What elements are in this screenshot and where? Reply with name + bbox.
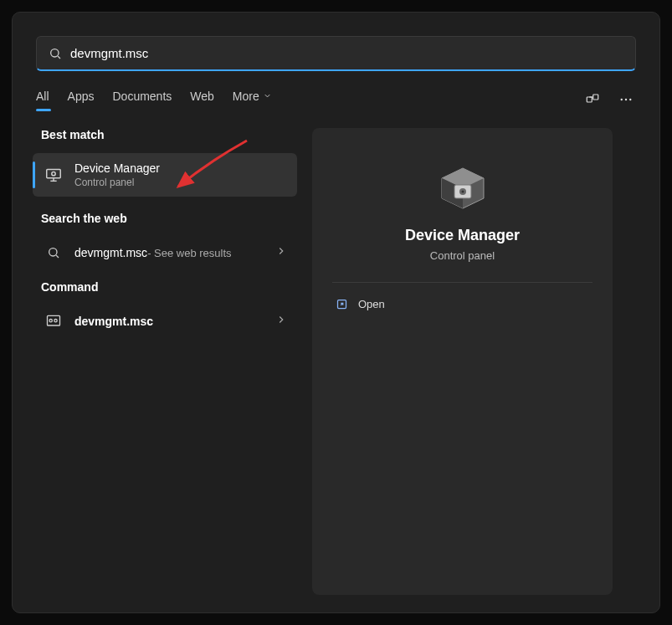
tab-label: Apps	[68, 90, 95, 103]
command-icon	[43, 310, 64, 332]
section-best-match: Best match	[41, 128, 297, 141]
chevron-down-icon	[263, 90, 272, 103]
svg-point-0	[51, 49, 59, 56]
divider	[332, 282, 592, 283]
search-icon	[49, 47, 62, 60]
apps-icon[interactable]	[582, 90, 603, 110]
tab-apps[interactable]: Apps	[68, 90, 95, 110]
web-result-suffix: - See web results	[147, 247, 231, 259]
open-label: Open	[358, 298, 385, 310]
search-bar[interactable]	[36, 36, 636, 71]
chevron-right-icon	[275, 245, 287, 260]
open-action[interactable]: Open	[332, 289, 592, 319]
svg-line-13	[56, 255, 59, 258]
preview-title: Device Manager	[332, 227, 592, 244]
chevron-right-icon	[275, 314, 287, 329]
preview-subtitle: Control panel	[332, 249, 592, 262]
device-manager-icon	[43, 164, 64, 186]
svg-point-15	[49, 320, 52, 322]
result-command[interactable]: devmgmt.msc	[33, 305, 297, 337]
tab-label: Documents	[112, 90, 172, 103]
result-device-manager[interactable]: Device Manager Control panel	[33, 153, 297, 197]
tab-more[interactable]: More	[233, 90, 272, 110]
tab-web[interactable]: Web	[190, 90, 214, 110]
preview-panel: Device Manager Control panel Open	[312, 128, 613, 595]
section-search-web: Search the web	[41, 212, 297, 225]
svg-point-22	[461, 191, 464, 193]
svg-rect-3	[593, 95, 598, 100]
svg-point-6	[625, 99, 627, 100]
more-options-icon[interactable]	[616, 90, 636, 110]
search-input[interactable]	[70, 46, 623, 60]
svg-point-12	[49, 248, 57, 256]
tab-label: More	[233, 90, 259, 103]
command-title: devmgmt.msc	[74, 315, 153, 328]
section-command: Command	[41, 280, 297, 294]
tab-documents[interactable]: Documents	[112, 90, 172, 110]
open-icon	[336, 298, 348, 310]
result-web-search[interactable]: devmgmt.msc - See web results	[33, 237, 297, 269]
svg-point-5	[621, 99, 623, 100]
tab-label: Web	[190, 90, 214, 103]
web-result-query: devmgmt.msc	[74, 246, 147, 259]
svg-rect-8	[47, 170, 61, 178]
tabs: All Apps Documents Web More	[36, 90, 272, 110]
tab-all[interactable]: All	[36, 90, 49, 110]
device-manager-large-icon	[433, 161, 492, 212]
result-subtitle: Control panel	[74, 177, 160, 188]
svg-point-7	[629, 99, 631, 100]
svg-point-16	[54, 320, 57, 322]
svg-point-9	[52, 172, 55, 175]
result-title: Device Manager	[74, 161, 160, 175]
search-window: All Apps Documents Web More Best match	[12, 12, 660, 613]
svg-line-1	[58, 56, 60, 59]
svg-rect-2	[587, 97, 592, 102]
search-icon	[43, 242, 64, 264]
tab-label: All	[36, 90, 49, 103]
